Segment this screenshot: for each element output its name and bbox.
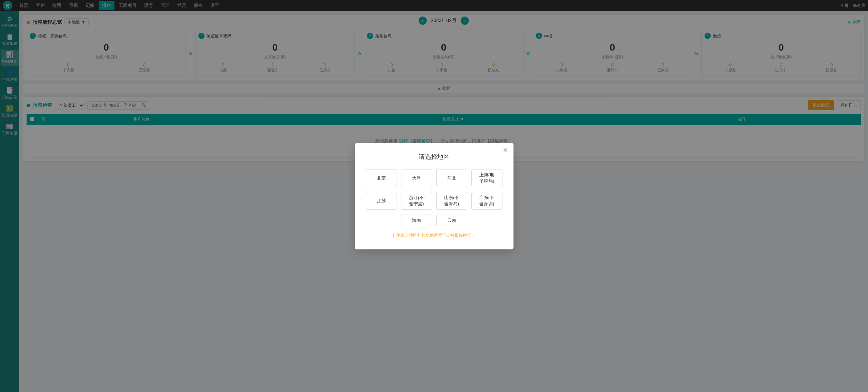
modal-close-button[interactable]: ✕ [503,147,508,153]
modal-overlay[interactable]: ✕ 请选择地区 北京 天津 河北 上海(电子税局) 江苏 浙江(不含宁波) 山东… [0,0,868,392]
modal-title: 请选择地区 [366,153,502,161]
region-btn-shanghai[interactable]: 上海(电子税局) [471,169,502,187]
region-select-modal: ✕ 请选择地区 北京 天津 河北 上海(电子税局) 江苏 浙江(不含宁波) 山东… [355,143,513,249]
region-row-1: 北京 天津 河北 上海(电子税局) [366,169,502,187]
modal-warning: ℹ 除以上地区外其他地区暂不支持报税检查！ [366,233,502,238]
warning-icon: ℹ [393,233,395,238]
region-btn-shandong[interactable]: 山东(不含青岛) [436,192,467,210]
region-btn-guangdong[interactable]: 广东(不含深圳) [471,192,502,210]
region-grid: 北京 天津 河北 上海(电子税局) 江苏 浙江(不含宁波) 山东(不含青岛) 广… [366,169,502,226]
region-btn-jiangsu[interactable]: 江苏 [366,192,397,210]
region-btn-hebei[interactable]: 河北 [436,169,467,187]
region-row-3: 海南 云南 [366,215,502,226]
region-btn-zhejiang[interactable]: 浙江(不含宁波) [401,192,432,210]
region-btn-hainan[interactable]: 海南 [401,215,432,226]
region-btn-tianjin[interactable]: 天津 [401,169,432,187]
region-btn-beijing[interactable]: 北京 [366,169,397,187]
region-row-2: 江苏 浙江(不含宁波) 山东(不含青岛) 广东(不含深圳) [366,192,502,210]
modal-warning-text: 除以上地区外其他地区暂不支持报税检查！ [397,233,475,238]
region-btn-yunnan[interactable]: 云南 [436,215,467,226]
